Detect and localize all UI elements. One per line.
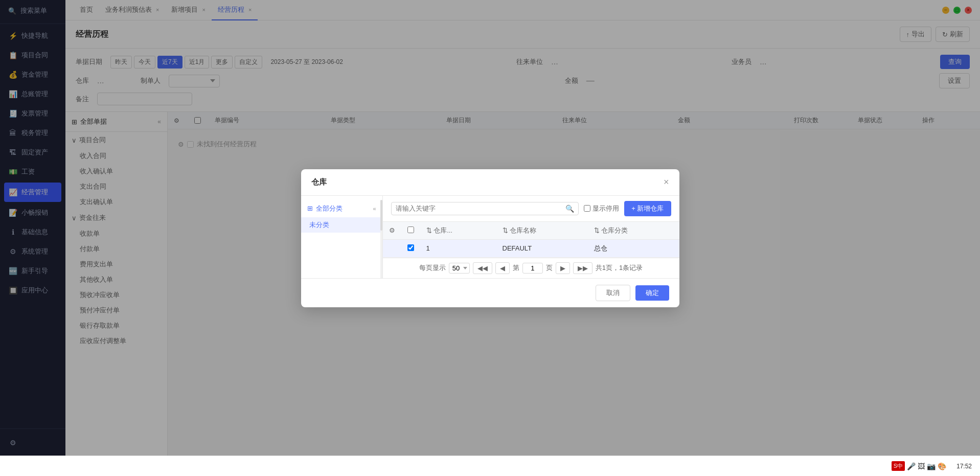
modal-th-check	[401, 222, 420, 240]
modal-sidebar: ⊞ 全部分类 « 未分类	[301, 196, 383, 278]
modal-th-warehouse-name-label: 仓库名称	[510, 226, 536, 234]
modal-th-warehouse-name: ⇅ 仓库名称	[496, 222, 588, 240]
modal-search-icon: 🔍	[565, 205, 574, 213]
scroll-thumb	[380, 200, 382, 231]
modal-next-page-btn[interactable]: ▶	[556, 262, 570, 274]
taskbar-time: 17:52	[956, 463, 972, 470]
modal-page-label: 第	[513, 263, 519, 273]
scroll-track	[380, 200, 382, 278]
row-settings-cell	[383, 239, 401, 257]
modal-sidebar-scrollbar	[380, 196, 382, 278]
modal-select-all[interactable]	[407, 226, 414, 233]
row-id-cell: 1	[420, 239, 496, 257]
add-warehouse-button[interactable]: + 新增仓库	[624, 201, 671, 216]
taskbar-icon-brush: 🎨	[938, 462, 946, 470]
taskbar: S中 🎤 🖼 📷 🎨 17:52	[0, 456, 980, 476]
modal-last-page-btn[interactable]: ▶▶	[573, 262, 592, 274]
confirm-button[interactable]: 确定	[635, 285, 669, 301]
modal-table-head: ⚙ ⇅ 仓库... ⇅	[383, 222, 679, 240]
modal-sidebar-item-uncategorized[interactable]: 未分类	[301, 217, 382, 233]
taskbar-icon-s: S中	[892, 461, 905, 471]
modal-search-input[interactable]	[396, 205, 563, 212]
modal-first-page-btn[interactable]: ◀◀	[473, 262, 492, 274]
modal-pagination: 每页显示 50 ◀◀ ◀ 第 页 ▶ ▶▶ 共1页，1条记录	[383, 258, 679, 278]
taskbar-icons: S中 🎤 🖼 📷 🎨	[892, 461, 946, 471]
modal-footer: 取消 确定	[301, 278, 679, 307]
sort-icon-id: ⇅	[426, 226, 432, 234]
modal-table-wrap: ⚙ ⇅ 仓库... ⇅	[383, 222, 679, 258]
modal-header: 仓库 ×	[301, 169, 679, 196]
modal-close-icon[interactable]: ×	[664, 177, 669, 187]
modal-th-warehouse-category-label: 仓库分类	[601, 226, 628, 234]
cancel-button[interactable]: 取消	[596, 285, 630, 301]
sort-icon-cat: ⇅	[594, 226, 600, 234]
row-checkbox[interactable]	[407, 244, 414, 251]
modal-prev-page-btn[interactable]: ◀	[495, 262, 510, 274]
modal-th-warehouse-id-label: 仓库...	[434, 226, 452, 234]
col-settings-icon: ⚙	[389, 226, 395, 234]
modal-th-settings: ⚙	[383, 222, 401, 240]
warehouse-modal: 仓库 × ⊞ 全部分类 « 未分类	[301, 169, 679, 307]
modal-page-suffix: 页	[546, 263, 553, 273]
row-name-cell: 总仓	[588, 239, 679, 257]
modal-table-header-row: ⚙ ⇅ 仓库... ⇅	[383, 222, 679, 240]
taskbar-icon-mic: 🎤	[907, 462, 916, 470]
table-row[interactable]: 1 DEFAULT 总仓	[383, 239, 679, 257]
show-disabled-text: 显示停用	[592, 204, 619, 213]
modal-sidebar-header[interactable]: ⊞ 全部分类 «	[301, 200, 382, 217]
modal-th-warehouse-category: ⇅ 仓库分类	[588, 222, 679, 240]
show-disabled-checkbox[interactable]	[584, 205, 590, 212]
modal-title: 仓库	[311, 177, 327, 187]
modal-main-content: 🔍 显示停用 + 新增仓库 ⚙	[383, 196, 679, 278]
modal-th-warehouse-id: ⇅ 仓库...	[420, 222, 496, 240]
show-disabled-label[interactable]: 显示停用	[584, 204, 619, 213]
modal-table: ⚙ ⇅ 仓库... ⇅	[383, 222, 679, 258]
grid-icon-modal: ⊞	[307, 205, 313, 212]
modal-per-page-label: 每页显示	[419, 263, 446, 273]
sort-icon-name: ⇅	[503, 226, 508, 234]
modal-sidebar-all-label: 全部分类	[316, 204, 343, 213]
row-code-cell: DEFAULT	[496, 239, 588, 257]
row-check-cell	[401, 239, 420, 257]
modal-overlay: 仓库 × ⊞ 全部分类 « 未分类	[0, 0, 980, 476]
modal-toolbar: 🔍 显示停用 + 新增仓库	[383, 196, 679, 222]
modal-table-body: 1 DEFAULT 总仓	[383, 239, 679, 257]
modal-body: ⊞ 全部分类 « 未分类 🔍	[301, 196, 679, 278]
taskbar-icon-camera: 📷	[927, 462, 936, 470]
modal-sidebar-collapse-icon[interactable]: «	[373, 206, 376, 212]
modal-page-input[interactable]	[522, 263, 543, 274]
modal-total-records: 共1页，1条记录	[596, 263, 643, 273]
taskbar-icon-paint: 🖼	[918, 462, 925, 470]
modal-per-page-select[interactable]: 50	[449, 263, 470, 274]
modal-search-box: 🔍	[391, 202, 579, 215]
